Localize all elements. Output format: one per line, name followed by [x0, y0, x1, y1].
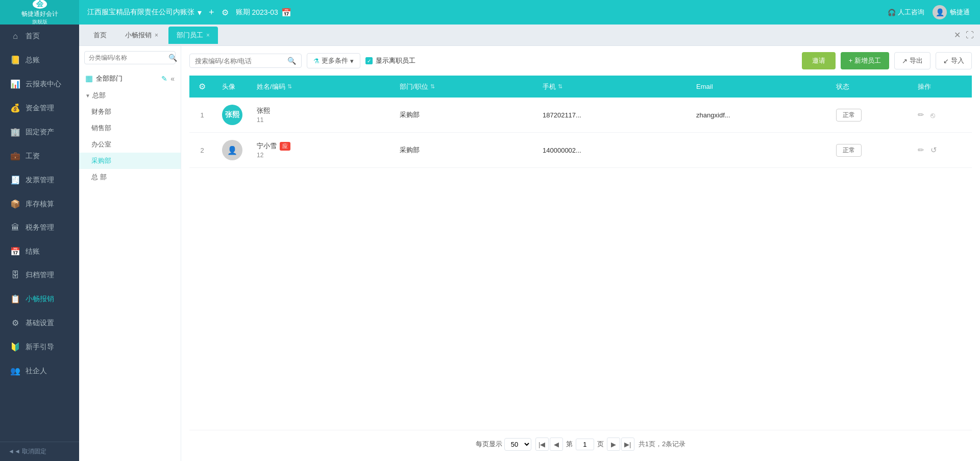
table-row: 1 张熙 张熙 11 采购部 187202117... zhangxidf...…	[189, 98, 972, 133]
td-name-code: 张熙 11	[250, 98, 393, 133]
td-email	[689, 133, 829, 168]
fund-icon: 💰	[10, 103, 20, 113]
filter-chevron-icon: ▾	[350, 57, 354, 65]
user-profile[interactable]: 👤 畅捷通	[933, 5, 970, 19]
company-name[interactable]: 江西服宝精品有限责任公司内账张	[87, 8, 194, 17]
logo-name: 畅捷通好会计	[21, 10, 58, 18]
sidebar-label-close: 结账	[26, 247, 40, 256]
td-name-code: 宁小雪 应 12	[250, 133, 393, 168]
dept-search-box[interactable]: 🔍	[84, 51, 176, 64]
dept-label-bangongshi: 办公室	[91, 140, 111, 148]
page-label: 第	[566, 440, 573, 449]
show-resign-checkbox[interactable]: ✓	[365, 57, 373, 64]
page-next-btn[interactable]: ▶	[607, 438, 620, 451]
tabs-bar: 首页 小畅报销 × 部门员工 × ✕ ⛶	[79, 25, 980, 46]
tab-close-window-icon[interactable]: ✕	[954, 30, 961, 40]
sidebar-item-expense[interactable]: 📋 小畅报销	[0, 287, 79, 311]
page-total: 共1页，2条记录	[639, 440, 685, 449]
page-first-btn[interactable]: |◀	[535, 438, 549, 451]
tab-dept-employee[interactable]: 部门员工 ×	[168, 27, 218, 44]
td-avatar: 👤	[215, 133, 250, 168]
dept-label-caiwu: 财务部	[91, 108, 111, 115]
dept-node-caiwu[interactable]: 财务部	[79, 104, 181, 120]
dept-search-icon[interactable]: 🔍	[168, 54, 177, 62]
company-dropdown-icon[interactable]: ▾	[198, 8, 202, 17]
employee-search-icon[interactable]: 🔍	[287, 57, 296, 65]
avatar: 👤	[933, 5, 947, 19]
page-prev-btn[interactable]: ◀	[550, 438, 563, 451]
export-button[interactable]: ↗ 导出	[894, 52, 930, 69]
tab-expense[interactable]: 小畅报销 ×	[117, 27, 166, 44]
per-page-select[interactable]: 50	[504, 438, 531, 451]
th-dept-position[interactable]: 部门/职位 ⇅	[393, 76, 535, 98]
cancel-fixed-btn[interactable]: ◄◄ 取消固定	[0, 442, 79, 461]
sidebar-item-invoice[interactable]: 🧾 发票管理	[0, 168, 79, 192]
invite-button[interactable]: 邀请	[802, 52, 836, 69]
content-area: 首页 小畅报销 × 部门员工 × ✕ ⛶ 🔍	[79, 25, 980, 461]
th-phone[interactable]: 手机 ⇅	[535, 76, 689, 98]
dept-node-zongbu-parent[interactable]: ▼ 总部	[79, 87, 181, 104]
td-status: 正常	[829, 98, 911, 133]
logout-icon[interactable]: ⎋	[930, 111, 935, 119]
sidebar-label-expense: 小畅报销	[26, 295, 54, 304]
dept-all-btn[interactable]: ▦ 全部部门 ✎ «	[79, 69, 181, 87]
tab-close-expense[interactable]: ×	[155, 32, 158, 39]
settings-icon[interactable]: ⚙	[222, 8, 229, 17]
sidebar-item-inventory[interactable]: 📦 库存核算	[0, 192, 79, 216]
sidebar-item-report[interactable]: 📊 云报表中心	[0, 72, 79, 96]
sidebar-item-asset[interactable]: 🏢 固定资产	[0, 120, 79, 144]
tab-maximize-icon[interactable]: ⛶	[966, 31, 974, 40]
table-row: 2 👤 宁小雪 应 12 采购部 140000002... 正常 ✏ ↺	[189, 133, 972, 168]
sidebar-item-guide[interactable]: 🔰 新手引导	[0, 335, 79, 359]
sort-name-icon: ⇅	[287, 83, 292, 90]
status-badge: 正常	[836, 144, 862, 157]
add-company-icon[interactable]: +	[209, 7, 214, 18]
th-actions: 操作	[911, 76, 972, 98]
calendar-icon[interactable]: 📅	[281, 8, 291, 17]
sidebar-item-home[interactable]: ⌂ 首页	[0, 25, 79, 48]
sort-dept-icon: ⇅	[430, 83, 435, 90]
import-button[interactable]: ↙ 导入	[936, 52, 972, 69]
sidebar: ⌂ 首页 📒 总账 📊 云报表中心 💰 资金管理 🏢 固定资产 💼 工资 🧾 发…	[0, 25, 79, 461]
delete-icon[interactable]: ↺	[930, 145, 937, 155]
td-dept: 采购部	[393, 98, 535, 133]
dept-node-xiaoshou[interactable]: 销售部	[79, 120, 181, 136]
show-resign-toggle[interactable]: ✓ 显示离职员工	[365, 56, 415, 65]
add-employee-button[interactable]: + 新增员工	[841, 52, 889, 69]
employee-search-input[interactable]	[195, 57, 284, 65]
period-label: 账期	[236, 8, 250, 17]
dept-node-zong[interactable]: 总 部	[79, 169, 181, 185]
dept-node-bangongshi[interactable]: 办公室	[79, 136, 181, 153]
sidebar-item-general[interactable]: 📒 总账	[0, 48, 79, 72]
dept-add-icon[interactable]: ✎	[161, 75, 167, 83]
employee-code: 11	[257, 116, 385, 124]
td-avatar: 张熙	[215, 98, 250, 133]
sidebar-item-partner[interactable]: 👥 社企人	[0, 359, 79, 383]
edit-icon[interactable]: ✏	[918, 145, 924, 155]
show-resign-label: 显示离职员工	[376, 56, 415, 65]
page-last-btn[interactable]: ▶|	[621, 438, 634, 451]
tab-close-dept[interactable]: ×	[206, 32, 210, 39]
partner-icon: 👥	[10, 366, 20, 376]
dept-tree: ▼ 总部 财务部 销售部 办公室 采购部	[79, 87, 181, 185]
th-settings[interactable]: ⚙	[189, 76, 215, 98]
sidebar-item-close[interactable]: 📅 结账	[0, 239, 79, 263]
sidebar-item-fund[interactable]: 💰 资金管理	[0, 96, 79, 120]
period-value[interactable]: 2023-03	[252, 8, 278, 16]
filter-button[interactable]: ⚗ 更多条件 ▾	[307, 53, 360, 68]
edit-icon[interactable]: ✏	[918, 110, 924, 119]
th-name-code[interactable]: 姓名/编码 ⇅	[250, 76, 393, 98]
support-btn[interactable]: 🎧 人工咨询	[888, 8, 924, 17]
dept-collapse-icon[interactable]: «	[170, 75, 175, 83]
sidebar-label-invoice: 发票管理	[26, 176, 54, 185]
sidebar-item-tax[interactable]: 🏛 税务管理	[0, 216, 79, 239]
employee-search-box[interactable]: 🔍	[189, 54, 302, 68]
dept-node-caigou[interactable]: 采购部	[79, 153, 181, 169]
sidebar-item-salary[interactable]: 💼 工资	[0, 144, 79, 168]
tab-home[interactable]: 首页	[85, 27, 115, 44]
ying-tag: 应	[280, 142, 290, 151]
dept-search-input[interactable]	[89, 54, 165, 61]
sidebar-item-archive[interactable]: 🗄 归档管理	[0, 263, 79, 287]
page-number-input[interactable]	[576, 439, 594, 450]
sidebar-item-basic[interactable]: ⚙ 基础设置	[0, 311, 79, 335]
